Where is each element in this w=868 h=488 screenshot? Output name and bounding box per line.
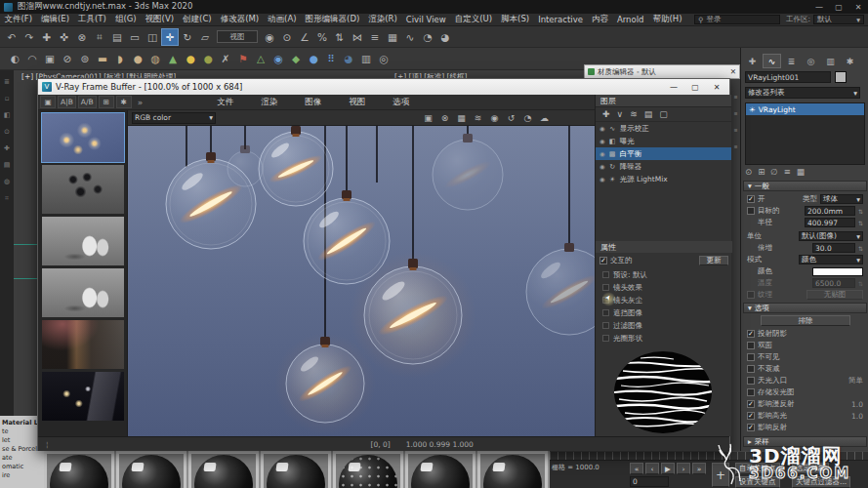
toolbar-icon[interactable]: ⊚ (76, 50, 94, 67)
visibility-eye-icon[interactable] (599, 124, 605, 133)
layers-tool-icon[interactable]: ≋ (630, 109, 638, 119)
toolbar-icon[interactable]: ▤ (108, 28, 126, 46)
playback-button[interactable]: › (677, 463, 690, 474)
history-tool-icon[interactable]: ✱ (116, 96, 132, 108)
material-library-item[interactable]: omatic (2, 463, 44, 471)
command-panel-tab[interactable]: ◎ (802, 54, 820, 68)
material-sample-slot[interactable] (405, 451, 475, 488)
option-checkbox[interactable] (747, 424, 755, 431)
material-library-item[interactable]: ate (2, 454, 44, 463)
option-checkbox[interactable] (747, 388, 755, 396)
vfb-menu-item[interactable]: 渲染 (247, 97, 291, 108)
command-panel-tab[interactable]: ▥ (821, 54, 840, 68)
toolbar-icon[interactable]: ✚ (38, 28, 56, 46)
menu-item[interactable]: 动画(A) (264, 14, 301, 25)
visibility-eye-icon[interactable] (599, 137, 605, 145)
visibility-eye-icon[interactable] (599, 175, 605, 183)
toolbar-icon[interactable]: ↻ (179, 28, 196, 46)
option-checkbox[interactable] (747, 342, 755, 349)
object-name-field[interactable]: VRayLight001 (745, 71, 831, 83)
option-checkbox[interactable] (747, 377, 755, 385)
signin-box[interactable]: ⚲ 登录 (694, 15, 780, 24)
property-checkbox[interactable] (602, 271, 609, 278)
toolbar-icon[interactable]: ✜ (56, 28, 73, 46)
toolbar-icon[interactable]: % (313, 28, 331, 46)
vfb-tool-icon[interactable]: ▣ (421, 111, 435, 125)
side-toolbar-icon[interactable]: ◧ (4, 111, 11, 119)
side-toolbar-icon[interactable]: ▫ (5, 95, 10, 102)
vfb-titlebar[interactable]: V V-Ray Frame Buffer - [100.0% of 1000 x… (38, 79, 729, 95)
option-checkbox[interactable] (747, 353, 755, 361)
side-toolbar-icon[interactable]: ◍ (4, 178, 10, 185)
vfb-tool-icon[interactable]: ▦ (454, 111, 469, 125)
option-checkbox[interactable] (747, 365, 755, 373)
object-color-swatch[interactable] (835, 71, 847, 83)
history-tool-icon[interactable]: ▣ (40, 96, 56, 108)
stack-tool-icon[interactable]: ≡ (784, 167, 791, 177)
toolbar-icon[interactable]: ▲ (164, 50, 182, 67)
workspace-dropdown[interactable]: 默认 ▾ (813, 15, 864, 24)
vfb-close-button[interactable]: ✕ (708, 80, 725, 94)
toolbar-icon[interactable]: ⊙ (278, 28, 296, 46)
property-row[interactable]: 预设: 默认 (596, 268, 732, 281)
layer-row[interactable]: ↻ 降噪器 (596, 160, 731, 173)
texture-button[interactable]: 无贴图 (806, 290, 863, 300)
menu-item[interactable]: 创建(C) (179, 14, 217, 25)
texture-checkbox[interactable] (747, 291, 755, 299)
layers-tool-icon[interactable]: ▤ (644, 109, 653, 119)
toolbar-icon[interactable]: ▬ (94, 50, 111, 67)
history-tool-icon[interactable]: A|B (58, 96, 76, 108)
render-history-thumbnail[interactable] (42, 372, 124, 421)
layer-row[interactable]: ◧ 曝光 (596, 135, 731, 147)
layers-tool-icon[interactable]: ✚ (602, 109, 610, 119)
material-sample-slot[interactable] (188, 451, 259, 488)
material-sample-slot[interactable] (44, 451, 114, 488)
menu-item[interactable]: Interactive (534, 15, 588, 24)
toolbar-icon[interactable]: ◉ (269, 50, 287, 67)
toolbar-icon[interactable]: ◎ (375, 50, 393, 67)
command-panel-tab[interactable]: ✚ (743, 54, 762, 68)
expand-icon[interactable]: » (138, 98, 144, 107)
temperature-value[interactable]: 6500.0 (812, 278, 855, 288)
vfb-tool-icon[interactable]: ⊗ (437, 111, 452, 125)
toolbar-icon[interactable]: ⇅ (331, 28, 349, 46)
option-value[interactable]: 1.0 (851, 400, 863, 409)
toolbar-icon[interactable]: ⋈ (349, 28, 366, 46)
toolbar-icon[interactable]: ● (129, 50, 146, 67)
material-sample-slot[interactable] (333, 451, 403, 488)
vfb-tool-icon[interactable]: ≋ (471, 111, 485, 125)
toolbar-icon[interactable]: ✗ (217, 50, 234, 67)
frame-number-field[interactable]: 0 (630, 476, 669, 487)
toolbar-icon[interactable]: ◠ (23, 50, 41, 67)
menu-item[interactable]: 组(G) (110, 14, 141, 25)
property-row[interactable]: 光圈形状 (596, 332, 732, 345)
option-value[interactable]: 1.0 (851, 412, 863, 421)
toolbar-icon[interactable]: △ (252, 50, 269, 67)
on-checkbox[interactable] (747, 195, 755, 203)
toolbar-icon[interactable]: ⊘ (59, 50, 76, 67)
vfb-tool-icon[interactable]: ↺ (504, 111, 518, 125)
maximize-button[interactable]: ▢ (829, 0, 848, 14)
option-checkbox[interactable] (747, 400, 755, 408)
material-sample-slot[interactable] (477, 451, 548, 488)
menu-item[interactable]: 工具(T) (74, 14, 111, 25)
option-value[interactable]: 简单 (848, 376, 863, 386)
menu-item[interactable]: 帮助(H) (648, 14, 686, 25)
toolbar-icon[interactable]: ∿ (401, 28, 419, 46)
toolbar-icon[interactable]: ● (199, 50, 217, 67)
layers-tool-icon[interactable]: ∨ (617, 109, 624, 119)
command-panel-tab[interactable]: ∿ (763, 54, 781, 68)
layer-row[interactable]: ∿ 显示校正 (596, 122, 731, 135)
menu-item[interactable]: Arnold (612, 15, 648, 24)
option-checkbox[interactable] (747, 412, 755, 420)
menu-item[interactable]: 编辑(E) (37, 14, 74, 25)
toolbar-icon[interactable]: ∠ (296, 28, 313, 46)
toolbar-icon[interactable]: ▥ (357, 50, 375, 67)
side-toolbar-icon[interactable]: ≣ (4, 78, 10, 86)
property-row[interactable]: 镜头灰尘 (596, 294, 732, 306)
light-color-swatch[interactable] (812, 267, 863, 276)
property-checkbox[interactable] (602, 322, 609, 329)
side-toolbar-icon[interactable]: ▤ (4, 161, 11, 169)
multiplier-value[interactable]: 30.0 (812, 243, 855, 253)
channel-dropdown[interactable]: RGB color ▾ (132, 112, 216, 124)
